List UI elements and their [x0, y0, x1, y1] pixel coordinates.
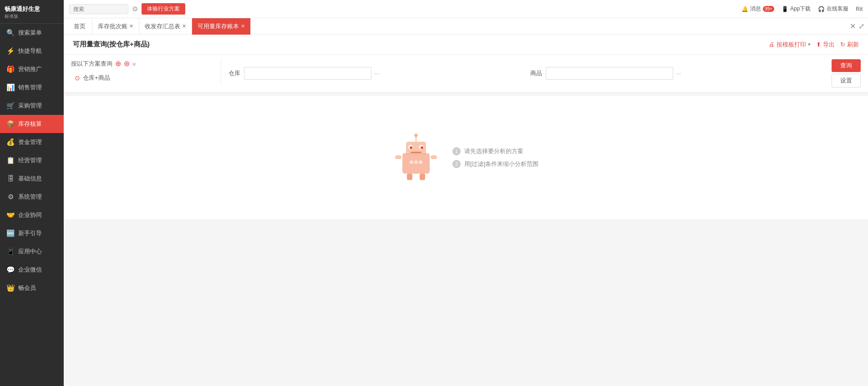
- maximize-tab-button[interactable]: ⤢: [858, 22, 864, 31]
- sidebar-item-purchase[interactable]: 🛒 采购管理: [0, 97, 64, 115]
- main-content: ⚙ 体验行业方案 🔔 消息 99+ 📱 App下载 🎧 在线客服 Rit: [64, 0, 868, 386]
- sidebar-item-search[interactable]: 🔍 搜索菜单: [0, 24, 64, 42]
- export-button[interactable]: ⬆ 导出: [816, 41, 835, 49]
- sidebar-label-purchase: 采购管理: [18, 102, 42, 110]
- filter-actions: 查询 设置: [832, 59, 861, 87]
- tip-num-2: 2: [452, 160, 461, 168]
- topbar: ⚙ 体验行业方案 🔔 消息 99+ 📱 App下载 🎧 在线客服 Rit: [64, 0, 868, 18]
- search-input[interactable]: [69, 4, 128, 14]
- svg-rect-9: [407, 174, 412, 180]
- message-button[interactable]: 🔔 消息 99+: [741, 5, 774, 13]
- sidebar-label-appcenter: 应用中心: [18, 247, 42, 256]
- warehouse-input[interactable]: [244, 67, 371, 80]
- app-download-button[interactable]: 📱 App下载: [782, 5, 811, 13]
- sidebar-item-inventory[interactable]: 📦 库存核算: [0, 115, 64, 133]
- empty-illustration: [393, 133, 439, 183]
- sidebar-item-member[interactable]: 👑 畅会员: [0, 279, 64, 297]
- trial-button[interactable]: 体验行业方案: [142, 3, 185, 15]
- close-tab-button[interactable]: ✕: [850, 22, 856, 31]
- sidebar-item-enterprise[interactable]: 🤝 企业协同: [0, 206, 64, 224]
- gear-icon[interactable]: ⚙: [132, 5, 138, 13]
- close-batch-tab[interactable]: ✕: [129, 23, 133, 29]
- goods-field: 商品 ···: [530, 67, 825, 80]
- goods-input[interactable]: [546, 67, 673, 80]
- svg-point-15: [419, 160, 422, 164]
- sidebar-label-enterprise: 企业协同: [18, 211, 42, 219]
- empty-tip-2: 2 用[过滤]条件来缩小分析范围: [452, 160, 538, 168]
- gear-icon: ⚙: [6, 193, 15, 201]
- svg-point-8: [414, 134, 418, 137]
- export-icon: ⬆: [816, 41, 821, 48]
- svg-rect-12: [431, 155, 437, 159]
- page-header: 可用量查询(按仓库+商品) 🖨 按模板打印 ▾ ⬆ 导出 ↻ 刷新: [64, 35, 868, 55]
- add-scheme-icon[interactable]: ⊕: [115, 59, 121, 68]
- collapse-icon[interactable]: «: [132, 60, 136, 67]
- svg-rect-10: [420, 174, 425, 180]
- sidebar-label-search: 搜索菜单: [18, 29, 42, 37]
- brand-name: 畅康通好生意: [5, 5, 59, 13]
- sidebar-item-system[interactable]: ⚙ 系统管理: [0, 188, 64, 206]
- sidebar-label-marketing: 营销推广: [18, 65, 42, 73]
- sidebar-label-member: 畅会员: [18, 284, 36, 292]
- close-available-tab[interactable]: ✕: [241, 23, 245, 29]
- sidebar-item-appcenter[interactable]: 📱 应用中心: [0, 242, 64, 261]
- phone-icon: 📱: [782, 6, 788, 12]
- sidebar-item-basic[interactable]: 🗄 基础信息: [0, 170, 64, 188]
- sidebar: 畅康通好生意 标准版 🔍 搜索菜单 ⚡ 快捷导航 🎁 营销推广 📊 销售管理: [0, 0, 64, 386]
- printer-icon: 🖨: [769, 41, 775, 48]
- sidebar-label-basic: 基础信息: [18, 175, 42, 183]
- tab-available[interactable]: 可用量库存账本 ✕: [192, 18, 251, 35]
- close-summary-tab[interactable]: ✕: [182, 23, 186, 29]
- refresh-button[interactable]: ↻ 刷新: [840, 41, 859, 49]
- box-icon: 📦: [6, 120, 15, 128]
- page-content: 可用量查询(按仓库+商品) 🖨 按模板打印 ▾ ⬆ 导出 ↻ 刷新: [64, 35, 868, 386]
- refresh-label: 刷新: [847, 41, 859, 49]
- sidebar-label-inventory: 库存核算: [18, 120, 42, 128]
- bell-icon: 🔔: [741, 6, 748, 12]
- sidebar-nav: 🔍 搜索菜单 ⚡ 快捷导航 🎁 营销推广 📊 销售管理 🛒 采购管理 📦: [0, 24, 64, 386]
- sidebar-item-operations[interactable]: 📋 经营管理: [0, 151, 64, 170]
- sidebar-item-marketing[interactable]: 🎁 营销推广: [0, 60, 64, 78]
- sidebar-label-guide: 新手引导: [18, 229, 42, 237]
- warehouse-more-icon[interactable]: ···: [374, 70, 380, 77]
- query-button[interactable]: 查询: [832, 59, 861, 72]
- scheme-item-warehouse-goods[interactable]: ⊙ 仓库+商品: [71, 72, 215, 84]
- settings-scheme-icon[interactable]: ⊛: [124, 59, 130, 68]
- tab-summary-label: 收发存汇总表: [145, 22, 180, 31]
- scheme-circle-icon: ⊙: [75, 74, 80, 82]
- sidebar-item-guide[interactable]: 🆕 新手引导: [0, 224, 64, 242]
- tab-batch[interactable]: 库存批次账 ✕: [92, 18, 139, 35]
- sidebar-item-quicknav[interactable]: ⚡ 快捷导航: [0, 42, 64, 60]
- filter-settings-button[interactable]: 设置: [832, 74, 861, 87]
- headset-icon: 🎧: [818, 6, 825, 12]
- cart-icon: 🛒: [6, 102, 15, 110]
- tabs-bar: 首页 库存批次账 ✕ 收发存汇总表 ✕ 可用量库存账本 ✕ ✕ ⤢: [64, 18, 868, 35]
- tip-text-2: 用[过滤]条件来缩小分析范围: [464, 160, 538, 168]
- database-icon: 🗄: [6, 175, 15, 182]
- tabs-right-controls: ✕ ⤢: [850, 22, 864, 31]
- page-header-actions: 🖨 按模板打印 ▾ ⬆ 导出 ↻ 刷新: [769, 41, 859, 49]
- filter-row-1: 仓库 ··· 商品 ··· 查询 设置: [228, 59, 861, 87]
- goods-more-icon[interactable]: ···: [676, 70, 681, 77]
- tab-available-label: 可用量库存账本: [198, 22, 239, 31]
- sidebar-item-wechat[interactable]: 💬 企业微信: [0, 261, 64, 279]
- user-menu-button[interactable]: Rit: [856, 6, 863, 12]
- sidebar-item-sales[interactable]: 📊 销售管理: [0, 78, 64, 97]
- mobile-icon: 📱: [6, 247, 15, 256]
- service-label: 在线客服: [827, 5, 848, 13]
- filter-header-label: 按以下方案查询: [71, 60, 112, 68]
- filter-right-panel: 仓库 ··· 商品 ··· 查询 设置: [221, 59, 861, 87]
- sidebar-item-finance[interactable]: 💰 资金管理: [0, 133, 64, 151]
- new-icon: 🆕: [6, 229, 15, 237]
- print-label: 按模板打印: [777, 41, 806, 49]
- tab-summary[interactable]: 收发存汇总表 ✕: [139, 18, 192, 35]
- gift-icon: 🎁: [6, 65, 15, 73]
- print-button[interactable]: 🖨 按模板打印 ▾: [769, 41, 811, 49]
- tab-home[interactable]: 首页: [67, 18, 92, 35]
- tip-num-1: 1: [452, 147, 461, 155]
- svg-point-13: [410, 160, 413, 164]
- chevron-down-icon: ▾: [808, 41, 811, 47]
- customer-service-button[interactable]: 🎧 在线客服: [818, 5, 848, 13]
- empty-inner: 1 请先选择要分析的方案 2 用[过滤]条件来缩小分析范围: [393, 133, 538, 183]
- filter-scheme-header: 按以下方案查询 ⊕ ⊛ «: [71, 59, 215, 68]
